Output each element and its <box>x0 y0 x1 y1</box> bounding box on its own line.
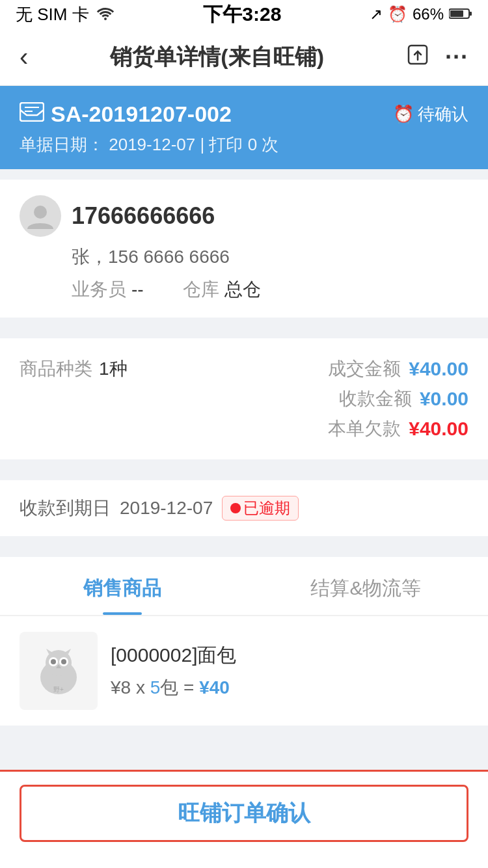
unit-price: ¥8 x <box>111 677 150 698</box>
nav-left: ‹ <box>20 42 28 72</box>
product-info: [0000002]面包 ¥8 x 5包 = ¥40 <box>111 642 468 700</box>
product-type-value: 1种 <box>99 357 128 381</box>
svg-text:野+: 野+ <box>53 686 64 693</box>
owed-value: ¥40.00 <box>409 418 468 440</box>
warehouse-value: 总仓 <box>224 277 261 302</box>
nav-right: ··· <box>406 43 468 71</box>
print-count: 0 <box>248 135 257 154</box>
status-bar: 无 SIM 卡 下午3:28 ↗ ⏰ 66% <box>0 0 488 29</box>
avatar <box>20 195 61 237</box>
amounts-section: 成交金额 ¥40.00 收款金额 ¥0.00 本单欠款 ¥40.00 <box>328 357 468 441</box>
order-number: SA-20191207-002 <box>51 102 232 127</box>
order-header-card: SA-20191207-002 ⏰ 待确认 单据日期： 2019-12-07 |… <box>0 86 488 169</box>
page-title: 销货单详情(来自旺铺) <box>110 42 324 72</box>
battery-label: 66% <box>413 5 444 23</box>
svg-rect-1 <box>469 12 472 16</box>
back-button[interactable]: ‹ <box>20 42 28 72</box>
received-value: ¥0.00 <box>420 388 468 410</box>
svg-rect-2 <box>450 10 463 17</box>
unit-label: 包 = <box>160 677 199 698</box>
amount-label: 成交金额 <box>328 357 401 381</box>
confirm-button-wrap: 旺铺订单确认 <box>0 770 488 868</box>
print-unit: 次 <box>262 135 278 154</box>
wifi-icon <box>96 5 115 25</box>
quantity: 5 <box>150 677 161 698</box>
tab-sales-products[interactable]: 销售商品 <box>0 557 244 615</box>
due-date-section: 收款到期日 2019-12-07 已逾期 <box>0 480 488 536</box>
overdue-text: 已逾期 <box>243 498 290 519</box>
product-item: 野+ [0000002]面包 ¥8 x 5包 = ¥40 <box>0 616 488 726</box>
owed-label: 本单欠款 <box>328 416 401 441</box>
date-label: 单据日期： <box>20 135 104 154</box>
order-date-line: 单据日期： 2019-12-07 | 打印 0 次 <box>20 133 468 156</box>
product-type-label: 商品种类 <box>20 357 92 381</box>
no-sim-label: 无 SIM 卡 <box>16 3 89 26</box>
overdue-dot-icon <box>230 503 241 513</box>
total-price: ¥40 <box>199 677 230 698</box>
customer-phone: 17666666666 <box>72 202 215 230</box>
warehouse-label: 仓库 <box>183 277 219 302</box>
svg-point-13 <box>51 659 56 664</box>
battery-icon <box>449 5 472 23</box>
customer-section: 17666666666 张，156 6666 6666 业务员 -- 仓库 总仓 <box>0 180 488 318</box>
sales-label: 业务员 <box>72 277 126 302</box>
svg-point-8 <box>34 206 47 219</box>
alarm-icon: ⏰ <box>388 5 407 23</box>
due-value: 2019-12-07 <box>120 498 213 519</box>
status-left: 无 SIM 卡 <box>16 3 115 26</box>
status-text: 待确认 <box>418 103 468 126</box>
received-label: 收款金额 <box>339 387 412 411</box>
tabs-header: 销售商品 结算&物流等 <box>0 557 488 616</box>
share-icon[interactable] <box>406 43 429 71</box>
svg-point-14 <box>61 659 66 664</box>
nav-bar: ‹ 销货单详情(来自旺铺) ··· <box>0 29 488 86</box>
product-code-name: [0000002]面包 <box>111 644 236 666</box>
due-label: 收款到期日 <box>20 496 111 521</box>
status-right: ↗ ⏰ 66% <box>370 5 472 23</box>
order-inbox-icon <box>20 102 44 127</box>
customer-name: 张，156 6666 6666 <box>72 245 468 269</box>
date-value: 2019-12-07 <box>109 135 195 154</box>
tab-settlement[interactable]: 结算&物流等 <box>244 557 488 615</box>
order-id: SA-20191207-002 <box>20 102 232 127</box>
tabs-section: 销售商品 结算&物流等 <box>0 557 488 726</box>
product-price: ¥8 x 5包 = ¥40 <box>111 675 468 700</box>
tab-sales-label: 销售商品 <box>83 577 161 599</box>
tab-settlement-label: 结算&物流等 <box>310 577 421 599</box>
sales-value: -- <box>131 279 144 300</box>
print-label: | 打印 <box>200 135 247 154</box>
amount-value: ¥40.00 <box>409 358 468 380</box>
confirm-order-button[interactable]: 旺铺订单确认 <box>20 785 468 842</box>
customer-meta: 业务员 -- 仓库 总仓 <box>72 277 468 302</box>
product-name: [0000002]面包 <box>111 642 468 669</box>
product-thumbnail: 野+ <box>20 632 98 710</box>
status-time: 下午3:28 <box>203 1 281 28</box>
clock-icon: ⏰ <box>393 104 414 124</box>
overdue-badge: 已逾期 <box>222 496 299 521</box>
order-status-badge: ⏰ 待确认 <box>393 103 468 126</box>
more-icon[interactable]: ··· <box>445 44 468 71</box>
navigation-icon: ↗ <box>370 5 383 23</box>
summary-section: 商品种类 1种 成交金额 ¥40.00 收款金额 ¥0.00 本单欠款 ¥40.… <box>0 338 488 459</box>
